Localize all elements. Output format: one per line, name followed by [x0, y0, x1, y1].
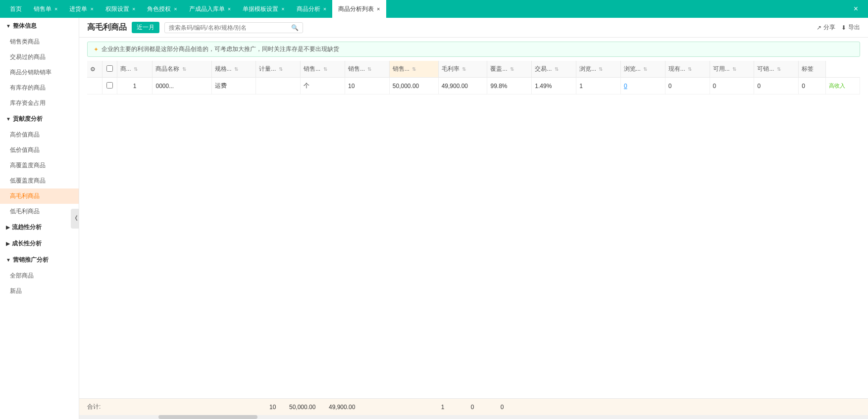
sort-icon: ⇅	[688, 66, 692, 72]
sidebar-item-low-margin[interactable]: 低毛利商品	[0, 204, 79, 219]
close-icon[interactable]: ×	[377, 6, 380, 12]
close-icon[interactable]: ×	[174, 6, 177, 12]
settings-icon[interactable]: ⚙	[90, 66, 96, 73]
col-sales-profit[interactable]: 销售... ⇅	[389, 61, 438, 78]
footer-label: 合计:	[87, 403, 101, 411]
close-icon[interactable]: ×	[228, 6, 231, 12]
sidebar-item-high-value[interactable]: 高价值商品	[0, 127, 79, 142]
row-name: 运费	[211, 78, 256, 94]
col-available[interactable]: 可用... ⇅	[710, 61, 754, 78]
col-unit[interactable]: 计量... ⇅	[256, 61, 301, 78]
col-tag[interactable]: 标签	[799, 61, 826, 78]
col-browse1[interactable]: 浏览... ⇅	[576, 61, 621, 78]
top-navigation: 首页 销售单 × 进货单 × 权限设置 × 角色授权 × 产成品入库单 × 单据…	[0, 0, 868, 18]
row-transactions: 1	[576, 78, 621, 94]
row-spec	[256, 78, 301, 94]
period-button[interactable]: 近一月	[132, 22, 159, 33]
col-transactions[interactable]: 交易... ⇅	[532, 61, 576, 78]
content-header: 高毛利商品 近一月 🔍 ↗ 分享 ⬇ 导出	[79, 18, 868, 38]
nav-roles[interactable]: 角色授权 ×	[141, 0, 183, 18]
row-browse1[interactable]: 0	[620, 78, 665, 94]
row-settings[interactable]	[87, 78, 102, 94]
sidebar-item-new-products[interactable]: 新品	[0, 283, 79, 299]
search-box: 🔍	[164, 22, 303, 33]
sort-icon: ⇅	[134, 66, 138, 72]
col-coverage[interactable]: 覆盖... ⇅	[487, 61, 532, 78]
col-saleable[interactable]: 可销... ⇅	[754, 61, 799, 78]
col-current[interactable]: 现有... ⇅	[665, 61, 710, 78]
sidebar-item-high-margin[interactable]: 高毛利商品	[0, 188, 79, 204]
nav-home[interactable]: 首页	[4, 0, 28, 18]
window-close-button[interactable]: ×	[848, 4, 864, 13]
product-table: ⚙ 商... ⇅ 商品名称 ⇅	[87, 61, 860, 94]
footer-sales-profit: 49,900.00	[318, 404, 358, 411]
select-all-checkbox[interactable]	[106, 65, 113, 72]
sort-icon: ⇅	[732, 66, 736, 72]
row-gross-margin: 99.8%	[487, 78, 532, 94]
sort-icon: ⇅	[279, 66, 283, 72]
row-sales-profit: 49,900.00	[438, 78, 487, 94]
close-icon[interactable]: ×	[323, 6, 326, 12]
search-icon[interactable]: 🔍	[291, 24, 299, 31]
row-saleable: 0	[799, 78, 826, 94]
close-icon[interactable]: ×	[90, 6, 93, 12]
sort-icon: ⇅	[777, 66, 781, 72]
sort-icon: ⇅	[462, 66, 466, 72]
sidebar-item-high-coverage[interactable]: 高覆盖度商品	[0, 158, 79, 173]
sidebar-item-distribution-rate[interactable]: 商品分销助销率	[0, 65, 79, 80]
col-gross-margin[interactable]: 毛利率 ⇅	[438, 61, 487, 78]
page-title: 高毛利商品	[87, 22, 127, 33]
sidebar-item-low-value[interactable]: 低价值商品	[0, 142, 79, 158]
col-sales-qty[interactable]: 销售... ⇅	[301, 61, 345, 78]
sidebar-item-in-stock[interactable]: 有库存的商品	[0, 80, 79, 95]
close-icon[interactable]: ×	[54, 6, 57, 12]
share-button[interactable]: ↗ 分享	[817, 23, 835, 32]
notice-icon: ✦	[94, 46, 99, 53]
sidebar-item-all-products[interactable]: 全部商品	[0, 268, 79, 283]
search-input[interactable]	[169, 24, 291, 31]
export-icon: ⬇	[841, 24, 846, 31]
col-code[interactable]: 商... ⇅	[117, 61, 153, 78]
sidebar-group-marketing[interactable]: ▼ 营销推广分析	[0, 252, 79, 268]
row-current: 0	[710, 78, 754, 94]
sidebar-collapse-button[interactable]: 《	[71, 209, 79, 229]
nav-product-entry[interactable]: 产成品入库单 ×	[183, 0, 237, 18]
sidebar-group-contribution[interactable]: ▼ 贡献度分析	[0, 111, 79, 127]
table-container[interactable]: ⚙ 商... ⇅ 商品名称 ⇅	[79, 61, 868, 398]
scrollbar-thumb[interactable]	[158, 415, 257, 419]
sidebar-item-traded-products[interactable]: 交易过的商品	[0, 49, 79, 65]
sort-icon: ⇅	[234, 66, 238, 72]
chevron-right-icon: ▶	[6, 241, 10, 246]
sidebar-item-inventory-capital[interactable]: 库存资金占用	[0, 95, 79, 111]
nav-product-analysis-list[interactable]: 商品分析列表 ×	[332, 0, 386, 18]
nav-sales-order[interactable]: 销售单 ×	[28, 0, 63, 18]
header-actions: ↗ 分享 ⬇ 导出	[817, 23, 860, 32]
col-sales-amount[interactable]: 销售... ⇅	[345, 61, 390, 78]
nav-template-settings[interactable]: 单据模板设置 ×	[237, 0, 290, 18]
close-icon[interactable]: ×	[132, 6, 135, 12]
sort-icon: ⇅	[412, 66, 416, 72]
horizontal-scrollbar[interactable]	[79, 415, 868, 419]
sidebar-item-sales-products[interactable]: 销售类商品	[0, 34, 79, 49]
chevron-right-icon: ▶	[6, 225, 10, 230]
col-settings[interactable]: ⚙	[87, 61, 102, 78]
sidebar-group-overall[interactable]: ▼ 整体信息	[0, 18, 79, 34]
export-button[interactable]: ⬇ 导出	[841, 23, 860, 32]
nav-product-analysis[interactable]: 商品分析 ×	[291, 0, 332, 18]
nav-permissions[interactable]: 权限设置 ×	[100, 0, 141, 18]
row-sales-amount: 50,000.00	[389, 78, 438, 94]
sidebar-item-low-coverage[interactable]: 低覆盖度商品	[0, 173, 79, 188]
col-checkbox[interactable]	[102, 61, 117, 78]
sidebar-group-trend[interactable]: ▶ 流趋性分析	[0, 219, 79, 235]
close-icon[interactable]: ×	[281, 6, 284, 12]
row-checkbox[interactable]	[102, 78, 117, 94]
footer-browse1: 0	[447, 404, 477, 411]
col-browse2[interactable]: 浏览... ⇅	[620, 61, 665, 78]
sidebar-group-growth[interactable]: ▶ 成长性分析	[0, 235, 79, 252]
col-spec[interactable]: 规格... ⇅	[211, 61, 256, 78]
sort-icon: ⇅	[599, 66, 603, 72]
col-name[interactable]: 商品名称 ⇅	[153, 61, 211, 78]
content-area: 高毛利商品 近一月 🔍 ↗ 分享 ⬇ 导出 ✦ 企业的主要的利润都是这部分商品创…	[79, 18, 868, 419]
nav-purchase-order[interactable]: 进货单 ×	[63, 0, 99, 18]
chevron-down-icon: ▼	[6, 23, 11, 29]
